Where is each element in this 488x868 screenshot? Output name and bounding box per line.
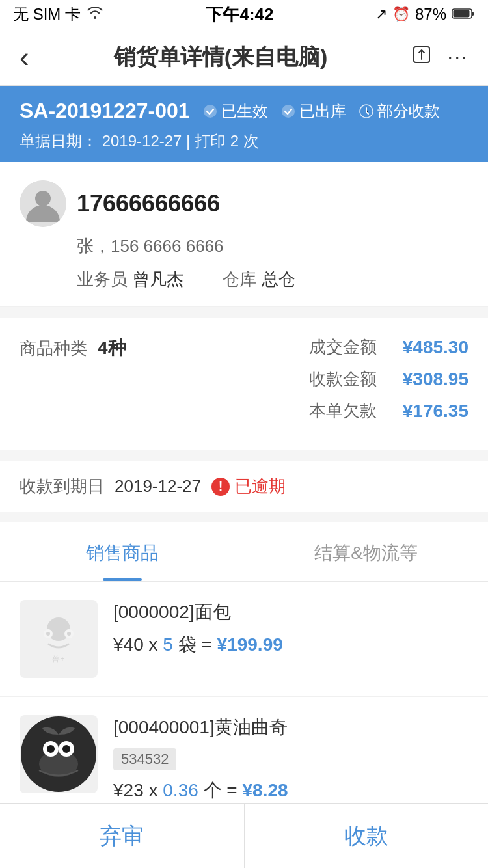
product-thumb-2 — [20, 715, 98, 793]
product-qty-2: 0.36 — [163, 780, 198, 800]
goods-type-label: 商品种类 — [20, 337, 87, 360]
nav-bar: ‹ 销货单详情(来自电脑) ··· — [0, 29, 488, 86]
product-thumb-1: 兽+ — [20, 600, 98, 678]
order-date-row: 单据日期： 2019-12-27 | 打印 2 次 — [20, 131, 468, 152]
svg-point-12 — [46, 632, 50, 636]
warehouse-value: 总仓 — [262, 268, 295, 291]
status-left: 无 SIM 卡 — [13, 4, 104, 25]
summary-section: 商品种类 4种 成交金额 ¥485.30 收款金额 ¥308.95 本单欠款 ¥… — [0, 318, 488, 450]
product-name-1: [0000002]面包 — [113, 600, 468, 625]
carrier-text: 无 SIM 卡 — [13, 4, 81, 25]
product-price-2: ¥23 x 0.36 个 = ¥8.28 — [113, 778, 468, 803]
customer-avatar — [20, 180, 66, 227]
debt-amount-value: ¥176.35 — [403, 401, 468, 422]
status-time: 下午4:42 — [206, 3, 273, 26]
debt-amount-label: 本单欠款 — [309, 400, 377, 422]
customer-sub: 张，156 6666 6666 — [20, 235, 468, 258]
status-badge-active: 已生效 — [203, 101, 268, 122]
order-id: SA-20191227-001 — [20, 99, 190, 123]
location-icon: ↗ — [375, 6, 387, 23]
svg-rect-2 — [453, 10, 469, 18]
nav-actions: ··· — [412, 45, 468, 69]
product-qty-1: 5 — [163, 634, 173, 655]
svg-point-20 — [62, 745, 70, 753]
customer-section: 17666666666 张，156 6666 6666 业务员 曾凡杰 仓库 总… — [0, 162, 488, 307]
sales-label: 业务员 — [77, 268, 128, 291]
summary-left: 商品种类 4种 — [20, 336, 126, 431]
product-total-2: ¥8.28 — [242, 780, 288, 800]
warehouse-label: 仓库 — [223, 268, 256, 291]
receipt-amount-label: 收款金额 — [309, 368, 377, 390]
page-title: 销货单详情(来自电脑) — [114, 42, 328, 72]
svg-point-19 — [47, 745, 55, 753]
status-badge-shipped: 已出库 — [281, 101, 346, 122]
customer-name: 17666666666 — [77, 190, 220, 217]
product-name-2: [000400001]黄油曲奇 — [113, 715, 468, 740]
receipt-amount-value: ¥308.95 — [403, 369, 468, 390]
svg-rect-1 — [472, 12, 474, 16]
product-total-1: ¥199.99 — [217, 634, 283, 655]
back-button[interactable]: ‹ — [20, 41, 29, 74]
abandon-review-button[interactable]: 弃审 — [0, 804, 245, 868]
deal-amount-value: ¥485.30 — [403, 337, 468, 358]
sales-value: 曾凡杰 — [133, 268, 183, 291]
battery-text: 87% — [415, 5, 446, 23]
product-list: 兽+ [0000002]面包 ¥40 x 5 袋 = ¥199.99 — [0, 582, 488, 822]
collect-payment-button[interactable]: 收款 — [245, 804, 489, 868]
header-banner: SA-20191227-001 已生效 已出库 部分收款 单据日期： 2019-… — [0, 86, 488, 162]
tabs-bar: 销售商品 结算&物流等 — [0, 522, 488, 582]
product-tag-2: 534532 — [113, 748, 176, 770]
tab-settlement[interactable]: 结算&物流等 — [244, 522, 488, 581]
svg-point-13 — [67, 632, 71, 636]
summary-right: 成交金额 ¥485.30 收款金额 ¥308.95 本单欠款 ¥176.35 — [309, 336, 468, 431]
wifi-icon — [86, 5, 104, 23]
alarm-icon: ⏰ — [392, 6, 410, 23]
status-right: ↗ ⏰ 87% — [375, 5, 475, 23]
overdue-badge: ! 已逾期 — [211, 475, 286, 498]
goods-type-value: 4种 — [98, 336, 126, 360]
tab-products[interactable]: 销售商品 — [0, 522, 244, 581]
due-date: 2019-12-27 — [115, 476, 201, 496]
battery-icon — [452, 5, 475, 23]
product-info-2: [000400001]黄油曲奇 534532 ¥23 x 0.36 个 = ¥8… — [113, 715, 468, 803]
due-label: 收款到期日 — [20, 475, 104, 498]
customer-meta: 业务员 曾凡杰 仓库 总仓 — [20, 268, 468, 291]
overdue-icon: ! — [211, 478, 230, 496]
bottom-bar: 弃审 收款 — [0, 803, 488, 868]
tabs-section: 销售商品 结算&物流等 兽+ [0000002]面包 — [0, 522, 488, 822]
status-badge-partial: 部分收款 — [359, 101, 440, 122]
status-bar: 无 SIM 卡 下午4:42 ↗ ⏰ 87% — [0, 0, 488, 29]
svg-point-5 — [282, 105, 295, 118]
share-icon[interactable] — [412, 45, 431, 69]
product-item-1: 兽+ [0000002]面包 ¥40 x 5 袋 = ¥199.99 — [0, 582, 488, 697]
product-price-1: ¥40 x 5 袋 = ¥199.99 — [113, 632, 468, 657]
overdue-text: 已逾期 — [235, 475, 286, 498]
print-count: 2 — [230, 132, 239, 150]
product-info-1: [0000002]面包 ¥40 x 5 袋 = ¥199.99 — [113, 600, 468, 657]
more-icon[interactable]: ··· — [447, 45, 468, 69]
svg-point-4 — [204, 105, 217, 118]
due-section: 收款到期日 2019-12-27 ! 已逾期 — [0, 461, 488, 512]
deal-amount-label: 成交金额 — [309, 336, 377, 359]
svg-point-8 — [35, 191, 51, 206]
svg-text:兽+: 兽+ — [52, 655, 64, 664]
order-date: 2019-12-27 — [102, 132, 182, 150]
